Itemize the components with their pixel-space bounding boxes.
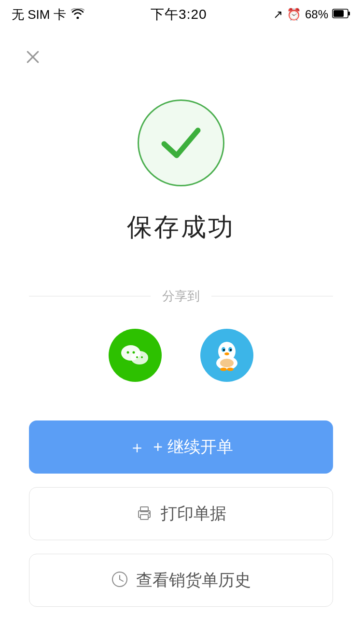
svg-point-17: [224, 352, 229, 355]
share-divider-row: 分享到: [29, 288, 333, 305]
svg-point-20: [227, 368, 234, 371]
close-btn-wrap: [0, 29, 362, 70]
print-receipt-button[interactable]: 打印单据: [29, 487, 333, 540]
svg-point-9: [136, 356, 138, 358]
no-sim-label: 无 SIM 卡: [12, 6, 66, 23]
clock-svg: [111, 571, 128, 588]
wifi-icon: [71, 7, 84, 22]
share-label: 分享到: [151, 288, 211, 305]
history-label: 查看销货单历史: [136, 569, 251, 591]
svg-point-24: [148, 512, 150, 514]
share-section: 分享到: [0, 264, 362, 401]
location-icon: ↗: [273, 8, 283, 21]
battery-icon: [332, 8, 350, 21]
share-icons-row: [109, 329, 253, 382]
status-right: ↗ ⏰ 68%: [273, 8, 350, 21]
print-label: 打印单据: [161, 503, 226, 525]
continue-order-button[interactable]: ＋ + 继续开单: [29, 420, 333, 474]
printer-icon: [136, 504, 153, 524]
close-button[interactable]: [19, 43, 46, 70]
wechat-icon: [119, 341, 151, 369]
success-title: 保存成功: [127, 210, 235, 244]
close-icon: [24, 48, 42, 66]
svg-point-10: [141, 356, 143, 358]
status-bar: 无 SIM 卡 下午3:20 ↗ ⏰ 68%: [0, 0, 362, 29]
svg-rect-2: [334, 10, 344, 17]
status-time: 下午3:20: [151, 5, 207, 24]
svg-point-15: [223, 349, 225, 351]
qq-share-button[interactable]: [200, 329, 253, 382]
svg-rect-23: [140, 515, 148, 519]
battery-label: 68%: [305, 8, 328, 21]
qq-icon: [212, 339, 242, 372]
continue-order-label: + 继续开单: [153, 436, 233, 458]
actions-section: ＋ + 继续开单 打印单据 查看销货单历史: [0, 401, 362, 607]
view-history-button[interactable]: 查看销货单历史: [29, 554, 333, 607]
printer-svg: [136, 504, 153, 521]
share-line-left: [29, 296, 151, 296]
svg-point-18: [220, 359, 234, 367]
success-section: 保存成功: [0, 70, 362, 264]
success-icon-circle: [138, 99, 224, 186]
plus-icon: ＋: [129, 439, 145, 455]
wechat-share-button[interactable]: [109, 329, 162, 382]
svg-rect-1: [348, 12, 350, 15]
svg-point-19: [220, 368, 227, 371]
clock-icon: [111, 571, 128, 590]
status-left: 无 SIM 卡: [12, 6, 84, 23]
checkmark-icon: [159, 124, 203, 162]
svg-point-7: [127, 351, 129, 354]
share-line-right: [211, 296, 333, 296]
svg-point-16: [230, 349, 232, 351]
alarm-icon: ⏰: [287, 8, 301, 21]
svg-point-8: [133, 351, 135, 354]
svg-line-27: [120, 579, 123, 581]
